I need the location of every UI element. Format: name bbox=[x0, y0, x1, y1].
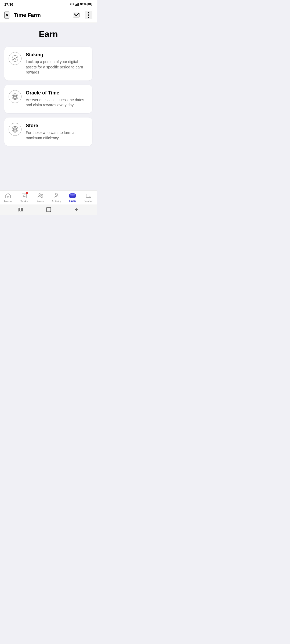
home-icon bbox=[5, 193, 11, 199]
svg-rect-22 bbox=[20, 208, 21, 211]
close-button[interactable]: ✕ bbox=[4, 12, 9, 19]
nav-label-frens: Frens bbox=[37, 200, 44, 203]
staking-card[interactable]: Staking Lock up a portion of your digita… bbox=[4, 47, 92, 80]
recents-button[interactable] bbox=[18, 207, 23, 212]
back-button[interactable] bbox=[74, 207, 79, 212]
main-content: Earn Staking Lock up a portion of your d… bbox=[0, 23, 97, 157]
home-button[interactable] bbox=[46, 207, 51, 212]
tasks-icon bbox=[21, 193, 27, 199]
more-options-button[interactable]: ⋮ bbox=[85, 11, 92, 19]
svg-point-13 bbox=[39, 194, 41, 196]
staking-title: Staking bbox=[26, 52, 88, 58]
status-icons: 91% bbox=[70, 2, 92, 6]
oracle-icon bbox=[9, 90, 21, 103]
svg-point-14 bbox=[41, 194, 43, 196]
svg-rect-8 bbox=[13, 95, 17, 98]
oracle-card[interactable]: Oracle of Time Answer questions, guess t… bbox=[4, 85, 92, 113]
store-desc: For those who want to farm at maximum ef… bbox=[26, 130, 88, 141]
status-bar: 17:36 91% bbox=[0, 0, 97, 8]
oracle-title: Oracle of Time bbox=[26, 90, 88, 96]
nav-label-earn: Earn bbox=[69, 199, 76, 203]
activity-icon bbox=[53, 193, 59, 199]
store-icon bbox=[9, 123, 21, 136]
svg-point-18 bbox=[70, 194, 75, 196]
svg-rect-10 bbox=[13, 129, 17, 131]
nav-item-activity[interactable]: Activity bbox=[49, 193, 64, 203]
page-title: Earn bbox=[4, 29, 92, 39]
svg-rect-11 bbox=[14, 130, 16, 131]
staking-icon bbox=[9, 52, 21, 65]
frens-icon bbox=[37, 193, 43, 199]
system-nav bbox=[0, 204, 97, 215]
battery-icon bbox=[88, 3, 92, 6]
nav-item-wallet[interactable]: Wallet bbox=[81, 193, 96, 203]
nav-label-activity: Activity bbox=[52, 200, 61, 203]
svg-rect-12 bbox=[22, 193, 26, 198]
oracle-content: Oracle of Time Answer questions, guess t… bbox=[26, 90, 88, 108]
app-header: ✕ Time Farm ⋮ bbox=[0, 8, 97, 23]
svg-point-20 bbox=[90, 196, 90, 197]
app-title: Time Farm bbox=[14, 12, 41, 18]
store-title: Store bbox=[26, 123, 88, 129]
store-content: Store For those who want to farm at maxi… bbox=[26, 123, 88, 141]
nav-label-home: Home bbox=[4, 200, 12, 203]
signal-icon bbox=[75, 3, 79, 6]
header-left: ✕ Time Farm bbox=[4, 12, 41, 19]
oracle-desc: Answer questions, guess the dates and cl… bbox=[26, 97, 88, 108]
bottom-nav: Home Tasks bbox=[0, 190, 97, 215]
store-card[interactable]: Store For those who want to farm at maxi… bbox=[4, 118, 92, 146]
nav-label-wallet: Wallet bbox=[85, 200, 93, 203]
nav-item-tasks[interactable]: Tasks bbox=[17, 193, 32, 203]
svg-rect-23 bbox=[21, 208, 23, 211]
staking-content: Staking Lock up a portion of your digita… bbox=[26, 52, 88, 75]
svg-rect-24 bbox=[46, 207, 51, 212]
earn-icon bbox=[69, 193, 76, 198]
staking-desc: Lock up a portion of your digital assets… bbox=[26, 59, 88, 75]
status-time: 17:36 bbox=[4, 2, 13, 6]
svg-rect-2 bbox=[77, 3, 78, 6]
svg-rect-19 bbox=[86, 194, 91, 197]
nav-item-home[interactable]: Home bbox=[1, 193, 16, 203]
tasks-badge bbox=[26, 192, 28, 194]
svg-rect-21 bbox=[18, 208, 19, 211]
svg-rect-1 bbox=[76, 4, 77, 6]
wallet-icon bbox=[86, 193, 92, 199]
header-right: ⋮ bbox=[73, 11, 92, 19]
svg-rect-5 bbox=[88, 3, 91, 5]
wifi-icon bbox=[70, 3, 74, 6]
svg-point-15 bbox=[55, 193, 57, 195]
dropdown-button[interactable] bbox=[73, 13, 79, 17]
svg-rect-0 bbox=[75, 5, 76, 6]
svg-rect-3 bbox=[78, 3, 79, 6]
nav-items: Home Tasks bbox=[0, 191, 97, 204]
battery-level: 91% bbox=[80, 2, 86, 6]
nav-item-earn[interactable]: Earn bbox=[65, 193, 80, 203]
nav-item-frens[interactable]: Frens bbox=[33, 193, 48, 203]
nav-label-tasks: Tasks bbox=[20, 200, 28, 203]
